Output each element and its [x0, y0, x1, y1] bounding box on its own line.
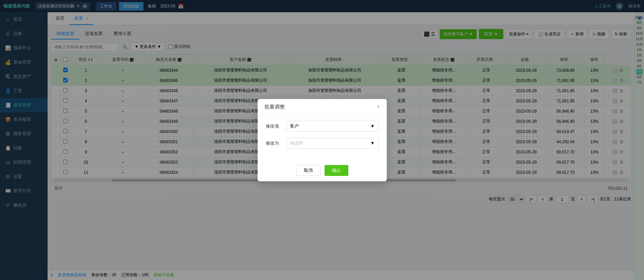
change-to-select[interactable]: 请选择 ▼ [286, 138, 379, 149]
modal-body: 修改项 客户 ▼ 修改为 请选择 ▼ [258, 114, 387, 162]
modal-cancel-button[interactable]: 取消 [296, 165, 320, 176]
modal-title: 批量调整 [264, 104, 285, 110]
modify-item-row: 修改项 客户 ▼ [266, 121, 379, 132]
change-to-label: 修改为 [266, 140, 286, 146]
modal-overlay[interactable]: 批量调整 × 修改项 客户 ▼ 修改为 请选择 ▼ 取消 确认 [0, 0, 644, 280]
modify-item-label: 修改项 [266, 123, 286, 129]
modify-item-arrow-icon: ▼ [370, 123, 375, 129]
modify-item-select[interactable]: 客户 ▼ [286, 121, 379, 132]
change-to-row: 修改为 请选择 ▼ [266, 138, 379, 149]
batch-adjust-modal: 批量调整 × 修改项 客户 ▼ 修改为 请选择 ▼ 取消 确认 [258, 99, 387, 181]
modal-header: 批量调整 × [258, 99, 387, 114]
modal-confirm-button[interactable]: 确认 [325, 165, 348, 176]
modify-item-value: 客户 [290, 123, 299, 129]
modal-close-button[interactable]: × [377, 104, 380, 110]
modal-footer: 取消 确认 [258, 162, 387, 181]
change-to-placeholder: 请选择 [290, 140, 303, 146]
change-to-arrow-icon: ▼ [370, 141, 375, 146]
